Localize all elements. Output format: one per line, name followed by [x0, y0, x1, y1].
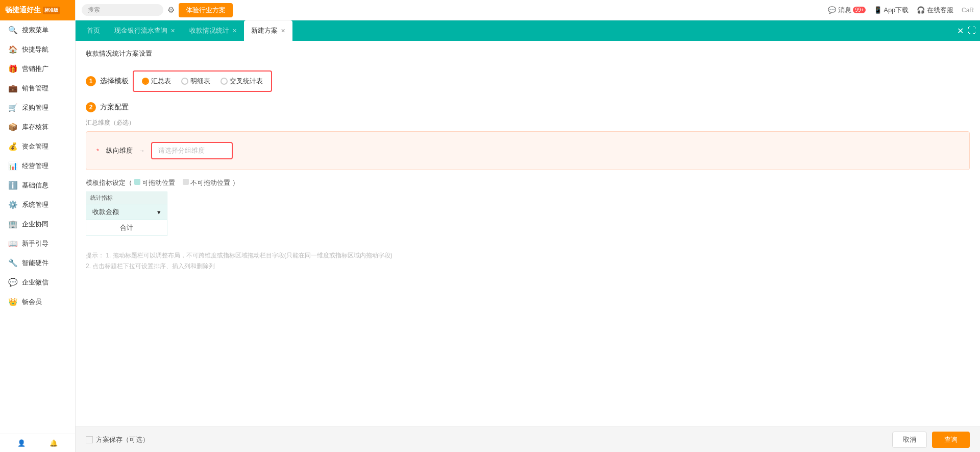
step2-num: 2 — [86, 102, 96, 112]
radio-detail[interactable]: 明细表 — [181, 77, 210, 86]
dropdown-icon[interactable]: ▾ — [157, 208, 161, 216]
sidebar-icon-11: 📖 — [8, 239, 18, 248]
tab-collection-label: 收款情况统计 — [189, 26, 229, 35]
sidebar-icon-5: 📦 — [8, 123, 18, 132]
sidebar-label-12: 智能硬件 — [22, 258, 48, 268]
sidebar-item-14[interactable]: 👑畅会员 — [0, 292, 75, 312]
footer-left: 方案保存（可选） — [86, 435, 149, 444]
sidebar-item-12[interactable]: 🔧智能硬件 — [0, 253, 75, 273]
sidebar-item-2[interactable]: 🎁营销推广 — [0, 59, 75, 79]
draggable-legend-dot — [134, 179, 140, 185]
cancel-button[interactable]: 取消 — [892, 432, 927, 448]
save-checkbox-label: 方案保存（可选） — [96, 435, 149, 444]
sidebar-item-11[interactable]: 📖新手引导 — [0, 234, 75, 253]
step2-header: 2 方案配置 — [86, 102, 970, 112]
tabbar: 首页 现金银行流水查询 ✕ 收款情况统计 ✕ 新建方案 ✕ ✕ ⛶ — [76, 20, 980, 41]
badge: 99+ — [853, 7, 866, 13]
metrics-header-close: ） — [232, 179, 239, 186]
tabbar-expand-icon[interactable]: ⛶ — [968, 26, 976, 36]
radio-cross-circle — [220, 78, 228, 85]
dimension-title: 汇总维度（必选） — [86, 118, 970, 127]
sidebar-label-10: 企业协同 — [22, 220, 48, 229]
metrics-table-header[interactable]: 收款金额 ▾ — [86, 204, 167, 220]
sidebar: 畅捷通好生 标准版 🔍搜索菜单🏠快捷导航🎁营销推广💼销售管理🛒采购管理📦库存核算… — [0, 0, 76, 452]
download-link[interactable]: 📱 App下载 — [874, 6, 909, 15]
legend-draggable-label: 可拖动位置 — [142, 179, 175, 186]
radio-cross[interactable]: 交叉统计表 — [220, 77, 263, 86]
header-right: 💬 消息 99+ 📱 App下载 🎧 在线客服 CaR — [828, 6, 974, 15]
query-button[interactable]: 查询 — [932, 432, 970, 448]
service-label: 在线客服 — [927, 6, 953, 14]
content-inner: 收款情况统计方案设置 1 选择模板 汇总表 — [76, 41, 980, 426]
sidebar-item-1[interactable]: 🏠快捷导航 — [0, 40, 75, 59]
radio-summary[interactable]: 汇总表 — [142, 77, 171, 86]
sidebar-icon-4: 🛒 — [8, 103, 18, 112]
sidebar-item-10[interactable]: 🏢企业协同 — [0, 215, 75, 234]
hint-section: 提示： 1. 拖动标题栏可以调整布局，不可跨维度或指标区域拖动栏目字段(只能在同… — [86, 246, 970, 278]
step1-num: 1 — [86, 76, 96, 86]
dimension-arrow: → — [139, 147, 145, 154]
user-name: CaR — [962, 7, 974, 14]
sidebar-logo: 畅捷通好生 标准版 — [0, 0, 75, 20]
tab-home-label: 首页 — [87, 26, 100, 35]
sidebar-icon-14: 👑 — [8, 297, 18, 306]
save-checkbox[interactable] — [86, 436, 93, 443]
non-draggable-legend-dot — [183, 179, 189, 185]
metrics-table-cell: 合计 — [86, 220, 167, 235]
sidebar-item-6[interactable]: 💰资金管理 — [0, 137, 75, 156]
step2-section: 2 方案配置 汇总维度（必选） * 纵向维度 → 请选择分组维度 — [86, 102, 970, 278]
main-area: 搜索 ⚙ 体验行业方案 💬 消息 99+ 📱 App下载 🎧 在线客服 CaR … — [76, 0, 980, 452]
sidebar-icon-9: ⚙️ — [8, 200, 18, 209]
tab-collection-close[interactable]: ✕ — [232, 28, 237, 34]
sidebar-label-6: 资金管理 — [22, 142, 48, 151]
tab-collection[interactable]: 收款情况统计 ✕ — [182, 20, 244, 41]
radio-detail-circle — [181, 78, 188, 85]
step2-title: 方案配置 — [100, 103, 129, 112]
sidebar-icon-2: 🎁 — [8, 64, 18, 74]
required-mark: * — [96, 147, 99, 155]
industry-btn[interactable]: 体验行业方案 — [179, 3, 233, 17]
tabbar-close-icon[interactable]: ✕ — [957, 26, 964, 36]
header-search[interactable]: 搜索 — [82, 4, 163, 16]
tab-home[interactable]: 首页 — [80, 20, 107, 41]
sidebar-item-4[interactable]: 🛒采购管理 — [0, 98, 75, 117]
tab-cashflow[interactable]: 现金银行流水查询 ✕ — [107, 20, 182, 41]
tab-new-plan[interactable]: 新建方案 ✕ — [244, 20, 292, 41]
sidebar-icon-13: 💬 — [8, 278, 18, 287]
sidebar-label-8: 基础信息 — [22, 181, 48, 190]
sidebar-item-8[interactable]: ℹ️基础信息 — [0, 176, 75, 195]
radio-summary-label: 汇总表 — [151, 77, 171, 86]
metrics-table-header-label: 收款金额 — [92, 207, 119, 217]
step1-header: 1 选择模板 汇总表 明细表 — [86, 70, 970, 92]
sidebar-label-0: 搜索菜单 — [22, 26, 48, 35]
sidebar-item-7[interactable]: 📊经营管理 — [0, 156, 75, 176]
sidebar-item-3[interactable]: 💼销售管理 — [0, 79, 75, 98]
dimension-input[interactable]: 请选择分组维度 — [151, 142, 233, 159]
dimension-row: * 纵向维度 → 请选择分组维度 — [96, 142, 959, 159]
service-link[interactable]: 🎧 在线客服 — [917, 6, 953, 15]
notice-area[interactable]: 💬 消息 99+ — [828, 6, 866, 15]
sidebar-icon-10: 🏢 — [8, 220, 18, 229]
sidebar-bottom-icon1: 👤 — [17, 439, 26, 447]
sidebar-icon-0: 🔍 — [8, 26, 18, 35]
tab-cashflow-close[interactable]: ✕ — [170, 28, 175, 34]
sidebar-icon-8: ℹ️ — [8, 181, 18, 190]
sidebar-label-7: 经营管理 — [22, 161, 48, 171]
logo-sub: 标准版 — [43, 7, 60, 14]
metrics-section: 模板指标设定（ 可拖动位置 不可拖动位置 ） 统计指标 收款金额 — [86, 178, 970, 236]
tab-new-plan-close[interactable]: ✕ — [281, 28, 285, 34]
sidebar-item-9[interactable]: ⚙️系统管理 — [0, 195, 75, 215]
radio-group: 汇总表 明细表 交叉统计表 — [142, 77, 263, 86]
step1-title: 选择模板 — [100, 77, 129, 86]
metrics-title-text: 模板指标设定（ — [86, 179, 132, 186]
metrics-header: 模板指标设定（ 可拖动位置 不可拖动位置 ） — [86, 178, 970, 187]
tabbar-actions: ✕ ⛶ — [957, 26, 976, 36]
sidebar-bottom-icon2: 🔔 — [50, 439, 58, 447]
radio-detail-label: 明细表 — [190, 77, 210, 86]
sidebar-item-0[interactable]: 🔍搜索菜单 — [0, 20, 75, 40]
sidebar-label-4: 采购管理 — [22, 103, 48, 112]
sidebar-item-13[interactable]: 💬企业微信 — [0, 273, 75, 292]
hint-item-1: 提示： 1. 拖动标题栏可以调整布局，不可跨维度或指标区域拖动栏目字段(只能在同… — [86, 251, 970, 260]
sidebar-item-5[interactable]: 📦库存核算 — [0, 117, 75, 137]
gear-icon[interactable]: ⚙ — [167, 5, 175, 15]
